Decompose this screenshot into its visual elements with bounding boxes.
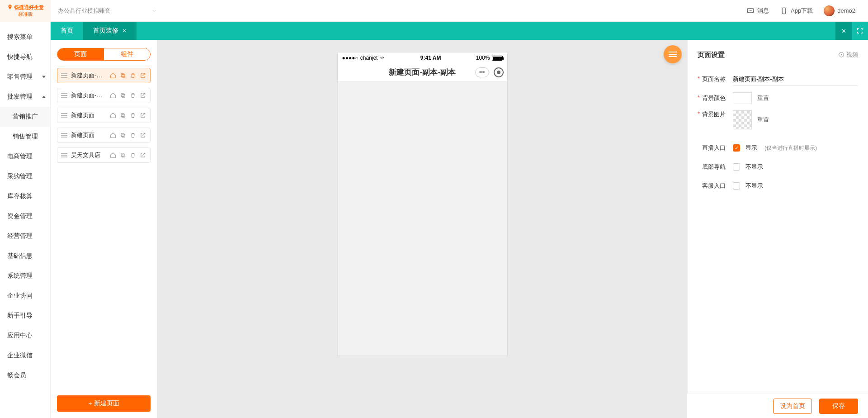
chevron-up-icon	[42, 96, 46, 98]
video-link[interactable]: 视频	[838, 51, 858, 59]
home-icon[interactable]	[109, 152, 117, 159]
drag-icon[interactable]	[61, 73, 67, 78]
messages-action[interactable]: 消息	[746, 7, 769, 15]
drag-icon[interactable]	[61, 133, 67, 138]
more-icon[interactable]: •••	[475, 67, 489, 77]
field-live: 直播入口 ✓ 显示 (仅当进行直播时展示)	[698, 138, 858, 157]
page-name: 新建页面	[71, 111, 107, 119]
set-home-button[interactable]: 设为首页	[773, 399, 812, 414]
live-checkbox[interactable]: ✓	[733, 144, 740, 152]
sidebar-item-ecommerce[interactable]: 电商管理	[0, 147, 50, 166]
bottomnav-checkbox[interactable]	[733, 163, 740, 171]
tab-home[interactable]: 首页	[51, 22, 83, 40]
field-label: 背景图片	[698, 110, 733, 119]
copy-icon[interactable]	[119, 112, 127, 119]
external-icon[interactable]	[139, 112, 146, 119]
svg-point-4	[751, 10, 752, 11]
sidebar-item-sales[interactable]: 销售管理	[0, 127, 50, 147]
save-button[interactable]: 保存	[819, 399, 858, 414]
external-icon[interactable]	[139, 92, 146, 99]
chat-icon	[746, 7, 755, 15]
sidebar-item-purchase[interactable]: 采购管理	[0, 166, 50, 186]
reset-image-button[interactable]: 重置	[757, 116, 769, 124]
home-icon[interactable]	[109, 112, 117, 119]
toggle-panel-button[interactable]	[664, 45, 682, 63]
sidebar-item-basic[interactable]: 基础信息	[0, 246, 50, 266]
new-page-button[interactable]: + 新建页面	[57, 395, 151, 412]
home-icon[interactable]	[109, 92, 117, 99]
field-label: 页面名称	[698, 75, 733, 83]
sidebar-item-retail[interactable]: 零售管理	[0, 67, 50, 87]
phone-statusbar: ●●●●○chanjet 9:41 AM 100%	[338, 52, 507, 63]
page-row[interactable]: 新建页面	[57, 108, 151, 123]
sidebar-item-quicknav[interactable]: 快捷导航	[0, 47, 50, 67]
close-all-button[interactable]: ✕	[835, 22, 852, 40]
sidebar-item-wechat[interactable]: 企业微信	[0, 346, 50, 366]
phone-body[interactable]	[338, 81, 507, 356]
delete-icon[interactable]	[129, 92, 137, 99]
home-icon[interactable]	[109, 132, 117, 139]
sidebar-item-marketing[interactable]: 营销推广	[0, 107, 50, 127]
page-panel: 页面 组件 新建页面-副本…	[51, 40, 157, 418]
image-swatch[interactable]	[733, 110, 752, 129]
fullscreen-button[interactable]	[852, 22, 868, 40]
page-row[interactable]: 新建页面	[57, 128, 151, 143]
sidebar-item-funds[interactable]: 资金管理	[0, 206, 50, 226]
seg-component[interactable]: 组件	[104, 48, 151, 60]
field-bottomnav: 底部导航 不显示	[698, 157, 858, 176]
home-icon[interactable]	[109, 72, 117, 79]
drag-icon[interactable]	[61, 113, 67, 118]
service-checkbox[interactable]	[733, 182, 740, 190]
svg-rect-11	[122, 114, 125, 117]
copy-icon[interactable]	[119, 72, 127, 79]
external-icon[interactable]	[139, 72, 146, 79]
copy-icon[interactable]	[119, 152, 127, 159]
sidebar-item-member[interactable]: 畅会员	[0, 366, 50, 385]
sidebar-item-wholesale[interactable]: 批发管理	[0, 87, 50, 107]
sidebar-label: 库存核算	[7, 192, 33, 200]
seg-page[interactable]: 页面	[57, 48, 104, 60]
battery-label: 100%	[476, 55, 490, 61]
sidebar-item-collab[interactable]: 企业协同	[0, 286, 50, 306]
phone-preview: ●●●●○chanjet 9:41 AM 100% 新建页面-副本-副本 •••	[338, 52, 507, 356]
reset-color-button[interactable]: 重置	[757, 94, 769, 102]
context-label: 办公品行业模拟账套	[58, 7, 111, 15]
sidebar-label: 新手引导	[7, 312, 33, 320]
sidebar-label: 基础信息	[7, 252, 33, 260]
tab-label: 首页装修	[93, 27, 118, 35]
color-swatch[interactable]	[733, 92, 752, 104]
page-row[interactable]: 新建页面-副本…	[57, 68, 151, 83]
context-selector[interactable]: 办公品行业模拟账套	[51, 7, 168, 15]
external-icon[interactable]	[139, 152, 146, 159]
drag-icon[interactable]	[61, 153, 67, 157]
sidebar-item-inventory[interactable]: 库存核算	[0, 186, 50, 206]
sidebar-item-search[interactable]: 搜索菜单	[0, 27, 50, 47]
chevron-down-icon	[151, 8, 157, 14]
page-name-input[interactable]	[733, 72, 858, 86]
delete-icon[interactable]	[129, 152, 137, 159]
svg-rect-7	[122, 75, 125, 77]
field-label: 底部导航	[698, 163, 733, 171]
sidebar-item-guide[interactable]: 新手引导	[0, 306, 50, 326]
close-icon[interactable]: ✕	[122, 28, 127, 34]
delete-icon[interactable]	[129, 132, 137, 139]
page-row[interactable]: 新建页面-副本	[57, 88, 151, 103]
tab-decorate[interactable]: 首页装修 ✕	[83, 22, 137, 40]
copy-icon[interactable]	[119, 132, 127, 139]
sidebar-label: 企业微信	[7, 352, 33, 360]
sidebar-item-operations[interactable]: 经营管理	[0, 226, 50, 246]
download-label: App下载	[791, 7, 813, 15]
sidebar-item-system[interactable]: 系统管理	[0, 266, 50, 286]
target-icon[interactable]	[494, 67, 504, 77]
sidebar-item-apps[interactable]: 应用中心	[0, 326, 50, 346]
user-action[interactable]: demo2	[824, 5, 855, 16]
segment-control: 页面 组件	[57, 48, 151, 61]
delete-icon[interactable]	[129, 112, 137, 119]
external-icon[interactable]	[139, 132, 146, 139]
delete-icon[interactable]	[129, 72, 137, 79]
preview-stage: ●●●●○chanjet 9:41 AM 100% 新建页面-副本-副本 •••	[157, 40, 687, 418]
page-row[interactable]: 昊天文具店	[57, 147, 151, 163]
drag-icon[interactable]	[61, 93, 67, 98]
copy-icon[interactable]	[119, 92, 127, 99]
download-action[interactable]: App下载	[780, 7, 813, 15]
